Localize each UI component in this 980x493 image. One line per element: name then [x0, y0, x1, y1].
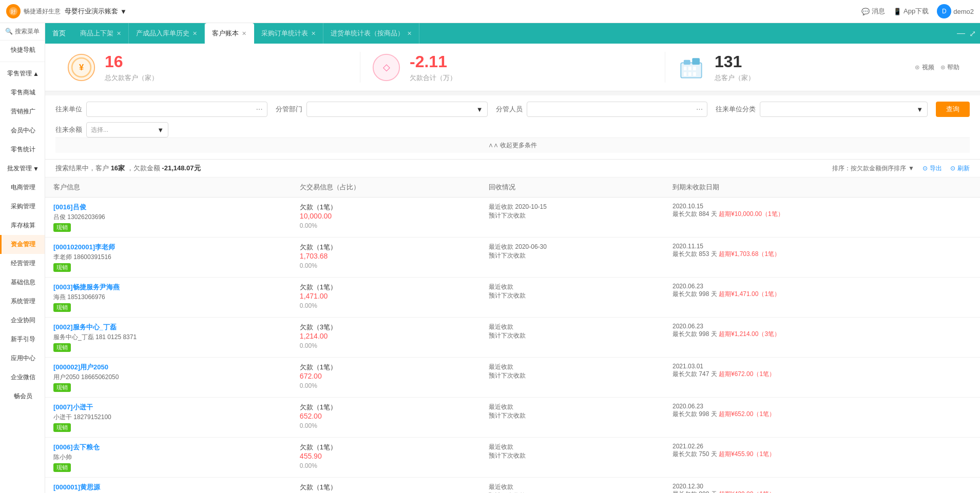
- filter-select-balance[interactable]: 选择... ▼: [86, 122, 168, 137]
- debt-amount-6[interactable]: 455.90: [300, 452, 472, 460]
- debt-percent-6: 0.00%: [300, 462, 472, 469]
- overdue-amount-5[interactable]: 超期¥652.00（1笔）: [719, 410, 775, 418]
- tab-item-finished-goods[interactable]: 产成品入库单历史 ✕: [129, 23, 205, 44]
- sidebar-item-retail-mall[interactable]: 零售商城: [0, 83, 45, 102]
- query-button[interactable]: 查询: [936, 102, 970, 117]
- customer-cell-7: [000001]黄思源 黄思源 13552700226 现销: [45, 478, 292, 494]
- sidebar-item-wholesale-mgmt[interactable]: 批发管理 ▼: [0, 159, 45, 178]
- user-profile[interactable]: D demo2: [937, 4, 974, 18]
- message-btn[interactable]: 💬 消息: [861, 7, 885, 16]
- overdue-days-4: 最长欠款 747 天: [672, 370, 719, 378]
- sidebar-item-inventory[interactable]: 库存核算: [0, 216, 45, 235]
- due-date-0: 2020.10.15: [672, 203, 972, 210]
- debt-amount-3[interactable]: 1,214.00: [300, 332, 472, 340]
- overdue-amount-4[interactable]: 超期¥672.00（1笔）: [719, 370, 775, 378]
- debt-count-1: 欠款（1笔）: [300, 243, 472, 252]
- customer-cell-1: [0001020001]李老师 李老师 18600391516 现销: [45, 238, 292, 278]
- overdue-amount-2[interactable]: 超期¥1,471.00（1笔）: [719, 290, 780, 298]
- debt-count-2: 欠款（1笔）: [300, 283, 472, 292]
- sidebar-item-guide[interactable]: 新手引导: [0, 330, 45, 349]
- overdue-amount-0[interactable]: 超期¥10,000.00（1笔）: [719, 210, 784, 218]
- sidebar-item-retail-mgmt[interactable]: 零售管理 ▲: [0, 64, 45, 83]
- message-icon: 💬: [861, 8, 870, 15]
- overdue-amount-3[interactable]: 超期¥1,214.00（3笔）: [719, 330, 780, 338]
- filter-collapse-btn[interactable]: ∧∧ 收起更多条件: [55, 137, 970, 153]
- app-download-btn[interactable]: 📱 App下载: [893, 7, 929, 16]
- sidebar-search[interactable]: 🔍 搜索菜单: [0, 23, 45, 41]
- sidebar-item-business[interactable]: 经营管理: [0, 254, 45, 273]
- tab-maximize-btn[interactable]: ⤢: [969, 29, 976, 38]
- filter-input-person[interactable]: ···: [527, 102, 708, 117]
- sidebar-item-finance[interactable]: 资金管理: [0, 235, 45, 254]
- tab-close-purchase[interactable]: ✕: [311, 30, 316, 37]
- customer-name-2[interactable]: [0003]畅捷服务尹海燕: [53, 283, 120, 291]
- sidebar-item-basic-info[interactable]: 基础信息: [0, 273, 45, 292]
- tab-item-product[interactable]: 商品上下架 ✕: [73, 23, 129, 44]
- sidebar-item-member2[interactable]: 畅会员: [0, 387, 45, 406]
- refresh-btn[interactable]: ⊙ 刷新: [950, 164, 970, 173]
- customer-contact-4: 用户2050 18665062050: [53, 373, 283, 382]
- tab-close-import[interactable]: ✕: [407, 30, 412, 37]
- tab-item-import-stats[interactable]: 进货单统计表（按商品） ✕: [323, 23, 419, 44]
- customer-name-4[interactable]: [000002]用户2050: [53, 363, 108, 371]
- due-date-cell-0: 2020.10.15 最长欠款 884 天 超期¥10,000.00（1笔）: [664, 198, 980, 238]
- filter-select-unit-class[interactable]: ▼: [760, 102, 928, 117]
- sidebar-item-member[interactable]: 会员中心: [0, 121, 45, 140]
- sidebar-item-collab[interactable]: 企业协同: [0, 311, 45, 330]
- due-date-4: 2021.03.01: [672, 363, 972, 370]
- sidebar-item-apps[interactable]: 应用中心: [0, 349, 45, 368]
- tab-close-ledger[interactable]: ✕: [242, 30, 246, 37]
- tab-home[interactable]: 首页: [45, 23, 73, 44]
- due-date-2: 2020.06.23: [672, 283, 972, 290]
- sidebar-item-quick-nav[interactable]: 快捷导航: [0, 41, 45, 60]
- due-date-cell-3: 2020.06.23 最长欠款 998 天 超期¥1,214.00（3笔）: [664, 318, 980, 358]
- logo-icon: 好: [6, 4, 21, 18]
- recovery-cell-3: 最近收款 预计下次收款: [481, 318, 664, 358]
- store-selector[interactable]: 母婴行业演示账套 ▼: [65, 7, 127, 16]
- table-row: [0006]去下粮仓 陈小帅 现销 欠款（1笔） 455.90 0.00% 最近…: [45, 438, 980, 478]
- sidebar-item-purchase[interactable]: 采购管理: [0, 197, 45, 216]
- debt-cell-3: 欠款（3笔） 1,214.00 0.00%: [292, 318, 481, 358]
- sort-selector[interactable]: 排序：按欠款金额倒序排序 ▼: [832, 164, 914, 173]
- sidebar-item-system[interactable]: 系统管理: [0, 292, 45, 311]
- filter-select-dept[interactable]: ▼: [306, 102, 488, 117]
- sidebar-item-wechat[interactable]: 企业微信: [0, 368, 45, 387]
- customer-name-3[interactable]: [0002]服务中心_丁磊: [53, 323, 117, 331]
- customer-name-5[interactable]: [0007]小迸干: [53, 403, 93, 411]
- debt-amount-0[interactable]: 10,000.00: [300, 212, 472, 220]
- overdue-amount-1[interactable]: 超期¥1,703.68（1笔）: [719, 250, 780, 258]
- debt-amount-5[interactable]: 652.00: [300, 412, 472, 420]
- tab-minimize-btn[interactable]: —: [957, 29, 965, 38]
- app-header: 好 畅捷通好生意 母婴行业演示账套 ▼ 💬 消息 📱 App下载 D demo2: [0, 0, 980, 23]
- sidebar-item-marketing[interactable]: 营销推广: [0, 102, 45, 121]
- customer-name-6[interactable]: [0006]去下粮仓: [53, 443, 100, 451]
- export-btn[interactable]: ⊙ 导出: [923, 164, 942, 173]
- tab-close-product[interactable]: ✕: [117, 30, 121, 37]
- overdue-days-0: 最长欠款 884 天: [672, 210, 719, 218]
- debt-amount-1[interactable]: 1,703.68: [300, 252, 472, 260]
- video-btn[interactable]: ⊙ 视频: [915, 63, 934, 72]
- svg-rect-10: [683, 66, 686, 70]
- wechat-label: 企业微信: [11, 373, 35, 381]
- customer-name-0[interactable]: [0016]吕俊: [53, 203, 86, 211]
- customer-cell-6: [0006]去下粮仓 陈小帅 现销: [45, 438, 292, 478]
- customer-name-7[interactable]: [000001]黄思源: [53, 483, 100, 491]
- tab-close-finished[interactable]: ✕: [193, 30, 197, 37]
- overdue-amount-6[interactable]: 超期¥455.90（1笔）: [719, 450, 775, 458]
- due-date-5: 2020.06.23: [672, 403, 972, 410]
- tab-item-purchase-order[interactable]: 采购订单统计表 ✕: [254, 23, 323, 44]
- debt-amount-2[interactable]: 1,471.00: [300, 292, 472, 300]
- latest-collection-1: 最近收款 2020-06-30: [489, 243, 656, 251]
- help-btn[interactable]: ⊙ 帮助: [940, 63, 959, 72]
- sidebar-item-retail-stats[interactable]: 零售统计: [0, 140, 45, 159]
- latest-collection-3: 最近收款: [489, 323, 656, 331]
- tab-item-customer-ledger[interactable]: 客户账本 ✕: [205, 23, 254, 44]
- filter-label-unit: 往来单位: [55, 105, 82, 114]
- filter-input-unit[interactable]: ···: [86, 102, 267, 117]
- overdue-days-3: 最长欠款 998 天: [672, 330, 719, 338]
- tab-bar-right: — ⤢: [957, 29, 980, 38]
- sidebar-item-ecommerce[interactable]: 电商管理: [0, 178, 45, 197]
- customer-name-1[interactable]: [0001020001]李老师: [53, 243, 115, 251]
- overdue-amount-7[interactable]: 超期¥429.00（1笔）: [719, 490, 775, 493]
- debt-amount-4[interactable]: 672.00: [300, 372, 472, 380]
